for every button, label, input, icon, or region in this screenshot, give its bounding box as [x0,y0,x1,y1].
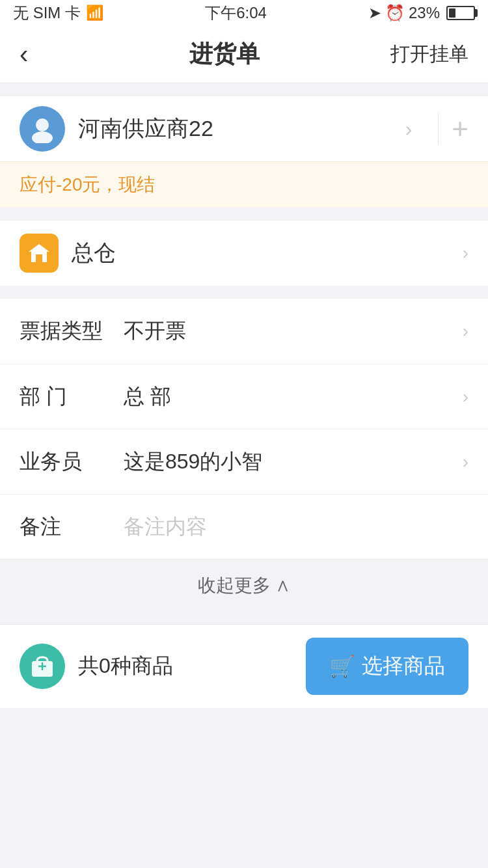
add-supplier-button[interactable]: + [452,113,468,145]
location-icon: ➤ [368,4,381,22]
status-bar: 无 SIM 卡 📶 下午6:04 ➤ ⏰ 23% [0,0,488,26]
carrier-label: 无 SIM 卡 [13,3,81,23]
department-label: 部 门 [20,383,111,411]
salesperson-row[interactable]: 业务员 这是859的小智 › [0,429,488,494]
remark-row[interactable]: 备注 备注内容 [0,494,488,559]
open-pending-button[interactable]: 打开挂单 [390,41,468,68]
status-right: ➤ ⏰ 23% [368,4,475,22]
remark-label: 备注 [20,513,111,541]
select-product-button[interactable]: 🛒 选择商品 [306,638,468,695]
alarm-icon: ⏰ [385,4,405,22]
svg-point-1 [32,131,53,143]
svg-point-0 [36,118,49,131]
back-button[interactable]: ‹ [20,40,59,69]
battery-icon [446,6,475,20]
form-card: 票据类型 不开票 › 部 门 总 部 › 业务员 这是859的小智 › 备注 备… [0,299,488,559]
wifi-icon: 📶 [86,5,103,21]
invoice-type-value: 不开票 [111,317,463,346]
salesperson-chevron-icon: › [463,452,468,472]
invoice-type-label: 票据类型 [20,317,111,346]
supplier-chevron-icon: › [405,117,413,141]
supplier-divider [438,113,439,145]
invoice-type-chevron-icon: › [463,321,468,342]
warehouse-icon [20,234,59,273]
collapse-button[interactable]: 收起更多 ∧ [0,559,488,611]
warehouse-name: 总仓 [72,238,463,268]
battery-label: 23% [409,4,440,22]
warehouse-row[interactable]: 总仓 › [0,221,488,286]
collapse-label: 收起更多 ∧ [198,573,291,598]
remark-input[interactable]: 备注内容 [111,513,468,541]
section-gap-3 [0,286,488,299]
invoice-type-row[interactable]: 票据类型 不开票 › [0,299,488,364]
supplier-card: 河南供应商22 › + 应付-20元，现结 [0,96,488,208]
supplier-row[interactable]: 河南供应商22 › + [0,96,488,161]
nav-bar: ‹ 进货单 打开挂单 [0,26,488,83]
time-label: 下午6:04 [205,3,267,23]
svg-rect-3 [36,254,42,262]
warehouse-card[interactable]: 总仓 › [0,221,488,286]
status-left: 无 SIM 卡 📶 [13,3,103,23]
shopping-icon [29,653,55,679]
avatar-icon [28,115,57,143]
page-content: 河南供应商22 › + 应付-20元，现结 总仓 › 票据类型 [0,83,488,734]
bottom-bar: 共0种商品 🛒 选择商品 [0,624,488,708]
house-icon [27,241,51,265]
salesperson-value: 这是859的小智 [111,448,463,476]
supplier-name: 河南供应商22 [78,114,405,144]
section-gap-1 [0,83,488,96]
select-product-label: 选择商品 [362,652,445,681]
page-title: 进货单 [189,38,260,70]
notice-text: 应付-20元，现结 [20,174,155,195]
select-product-icon: 🛒 [329,654,355,679]
department-chevron-icon: › [463,387,468,407]
supplier-avatar [20,106,65,152]
warehouse-chevron-icon: › [463,243,468,264]
section-gap-2 [0,208,488,221]
notice-bar: 应付-20元，现结 [0,161,488,208]
product-count: 共0种商品 [78,652,306,681]
product-icon [20,644,65,689]
department-row[interactable]: 部 门 总 部 › [0,364,488,429]
salesperson-label: 业务员 [20,448,111,476]
department-value: 总 部 [111,383,463,411]
